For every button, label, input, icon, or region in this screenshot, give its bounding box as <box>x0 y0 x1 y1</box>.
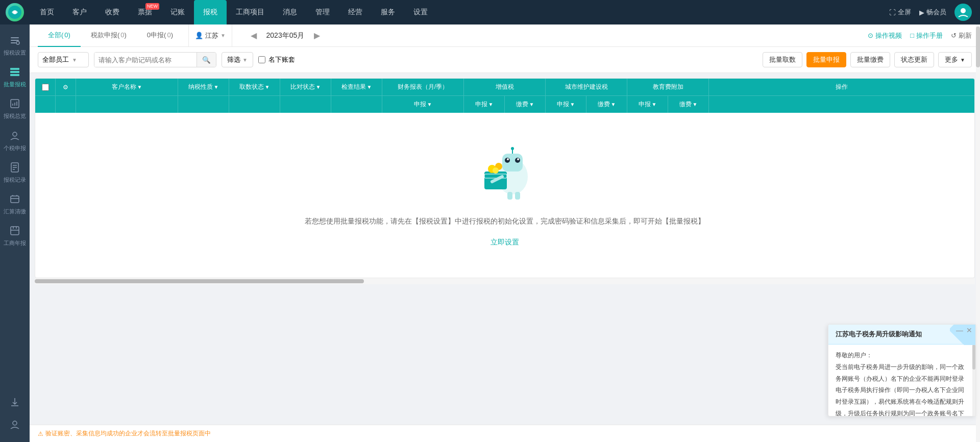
member-btn[interactable]: ▶ 畅会员 <box>919 8 946 17</box>
filter-button[interactable]: 筛选 ▼ <box>222 52 253 67</box>
nav-invoice[interactable]: 票据 NEW <box>129 0 161 24</box>
th-edu-declare-filter[interactable]: ▼ <box>652 102 657 107</box>
tab-tax-declare[interactable]: 税款申报(0) <box>81 24 137 47</box>
notif-body: 尊敬的用户： 受当前电子税务局进一步升级的影响，同一个政务网账号（办税人）名下的… <box>828 345 975 416</box>
th-vat-pay-filter[interactable]: ▼ <box>529 102 534 107</box>
province-select[interactable]: 👤 江苏 ▼ <box>188 24 232 47</box>
action-buttons: 批量取数 批量申报 批量缴费 状态更新 更多 ▼ <box>763 52 972 67</box>
fullscreen-btn[interactable]: ⛶ 全屏 <box>889 8 911 17</box>
th-client-name-group: 客户名称 ▼ <box>76 79 178 95</box>
settlement-icon <box>9 193 20 206</box>
notif-greeting: 尊敬的用户： <box>836 350 965 361</box>
nav-service[interactable]: 服务 <box>372 0 404 24</box>
manual-label: 操作手册 <box>916 31 943 40</box>
nav-manage[interactable]: 管理 <box>306 0 339 24</box>
sidebar-item-tax-overview[interactable]: 报税总览 <box>0 93 30 125</box>
th-fin-declare-filter[interactable]: ▼ <box>427 102 432 107</box>
tab-all[interactable]: 全部(0) <box>38 24 81 47</box>
sidebar-item-personal-tax[interactable]: 个税申报 <box>0 125 30 157</box>
nav-fee[interactable]: 收费 <box>96 0 129 24</box>
province-icon: 👤 <box>195 32 203 39</box>
sidebar-item-tax-record[interactable]: 报税记录 <box>0 157 30 188</box>
nav-business[interactable]: 工商项目 <box>227 0 274 24</box>
filter-label: 筛选 <box>227 55 240 64</box>
status-update-btn[interactable]: 状态更新 <box>894 52 934 67</box>
svg-rect-35 <box>507 192 512 200</box>
warning-text: ⚠ 验证账密、采集信息均成功的企业才会流转至批量报税页面中 <box>38 429 211 438</box>
filter-arrow-icon: ▼ <box>242 57 248 63</box>
notif-close-btn[interactable]: ✕ <box>966 327 972 334</box>
operation-manual-btn[interactable]: □ 操作手册 <box>910 31 943 40</box>
sidebar-item-batch-tax[interactable]: 批量报税 <box>0 61 30 93</box>
nav-home[interactable]: 首页 <box>31 0 63 24</box>
sidebar-item-user[interactable] <box>0 414 30 437</box>
th-setting-group[interactable]: ⚙ <box>56 79 76 95</box>
table-scroll-thumb <box>35 279 364 283</box>
nav-bookkeeping[interactable]: 记账 <box>161 0 194 24</box>
checkbox-text: 名下账套 <box>268 55 295 64</box>
sidebar-item-annual-report[interactable]: 工商年报 <box>0 220 30 252</box>
notif-controls: — ✕ <box>956 327 972 334</box>
th-client-filter-icon[interactable]: ▼ <box>137 84 142 90</box>
nav-customer[interactable]: 客户 <box>63 0 96 24</box>
th-check-filter-icon[interactable]: ▼ <box>367 84 372 90</box>
th-financial-group: 财务报表（月/季） <box>382 79 464 95</box>
user-avatar[interactable] <box>954 4 972 21</box>
svg-rect-36 <box>515 192 520 200</box>
th-r2-setting <box>56 96 76 113</box>
table-scroll-bar[interactable] <box>35 278 975 284</box>
nav-operation[interactable]: 经营 <box>339 0 372 24</box>
select-all-checkbox[interactable] <box>42 84 49 91</box>
batch-fetch-btn[interactable]: 批量取数 <box>763 52 802 67</box>
th-tax-type-filter-icon[interactable]: ▼ <box>214 84 219 90</box>
th-city-declare-filter[interactable]: ▼ <box>570 102 575 107</box>
data-table: ⚙ 客户名称 ▼ 纳税性质 ▼ 取数状态 ▼ <box>35 78 975 278</box>
nav-tax[interactable]: 报税 <box>194 0 227 24</box>
employee-select[interactable]: 全部员工 ▼ <box>38 52 89 67</box>
checkbox-label[interactable]: 名下账套 <box>258 55 295 64</box>
th-vat-declare-filter[interactable]: ▼ <box>488 102 494 107</box>
refresh-label: 刷新 <box>959 31 972 40</box>
warning-icon: ⚠ <box>38 430 43 437</box>
month-next-btn[interactable]: ▶ <box>311 30 323 41</box>
member-icon: ▶ <box>919 9 924 16</box>
search-input[interactable] <box>94 53 197 67</box>
sidebar-item-tax-settings[interactable]: 报税设置 <box>0 30 30 61</box>
search-button[interactable]: 🔍 <box>197 53 216 67</box>
download-icon <box>9 396 20 409</box>
sidebar-item-download[interactable] <box>0 391 30 414</box>
svg-rect-5 <box>11 42 16 43</box>
refresh-btn[interactable]: ↺ 刷新 <box>951 31 972 40</box>
th-city-group: 城市维护建设税 <box>546 79 627 95</box>
th-edu-pay-filter[interactable]: ▼ <box>693 102 698 107</box>
th-compare-filter-icon[interactable]: ▼ <box>316 84 321 90</box>
more-arrow-icon: ▼ <box>960 57 965 63</box>
notif-minimize-btn[interactable]: — <box>956 327 963 334</box>
sidebar: 报税设置 批量报税 报税总览 个税申报 报税记录 <box>0 24 30 442</box>
month-navigation: ◀ 2023年05月 ▶ <box>248 30 323 41</box>
nav-message[interactable]: 消息 <box>274 0 306 24</box>
more-btn[interactable]: 更多 ▼ <box>938 52 972 67</box>
nav-settings[interactable]: 设置 <box>404 0 437 24</box>
th-tax-type-group: 纳税性质 ▼ <box>178 79 229 95</box>
batch-declare-btn[interactable]: 批量申报 <box>806 52 846 67</box>
svg-point-29 <box>511 147 514 150</box>
video-label: 操作视频 <box>875 31 902 40</box>
annual-report-icon <box>9 225 20 238</box>
tax-overview-icon <box>9 98 20 111</box>
th-fetch-filter-icon[interactable]: ▼ <box>265 84 270 90</box>
sidebar-item-settlement[interactable]: 汇算清缴 <box>0 188 30 220</box>
notif-scrollbar[interactable] <box>972 345 975 416</box>
operation-video-btn[interactable]: ⊙ 操作视频 <box>868 31 902 40</box>
sidebar-bottom <box>0 391 30 442</box>
sidebar-label-personal-tax: 个税申报 <box>4 145 26 152</box>
robot-svg <box>469 143 541 205</box>
batch-pay-btn[interactable]: 批量缴费 <box>850 52 890 67</box>
th-city-pay-filter[interactable]: ▼ <box>611 102 616 107</box>
setup-link[interactable]: 立即设置 <box>491 238 519 247</box>
app-logo[interactable] <box>0 0 30 24</box>
account-checkbox[interactable] <box>258 56 265 63</box>
page-scrollbar[interactable] <box>976 24 980 442</box>
month-prev-btn[interactable]: ◀ <box>248 30 260 41</box>
tab-zero-declare[interactable]: 0申报(0) <box>137 24 183 47</box>
